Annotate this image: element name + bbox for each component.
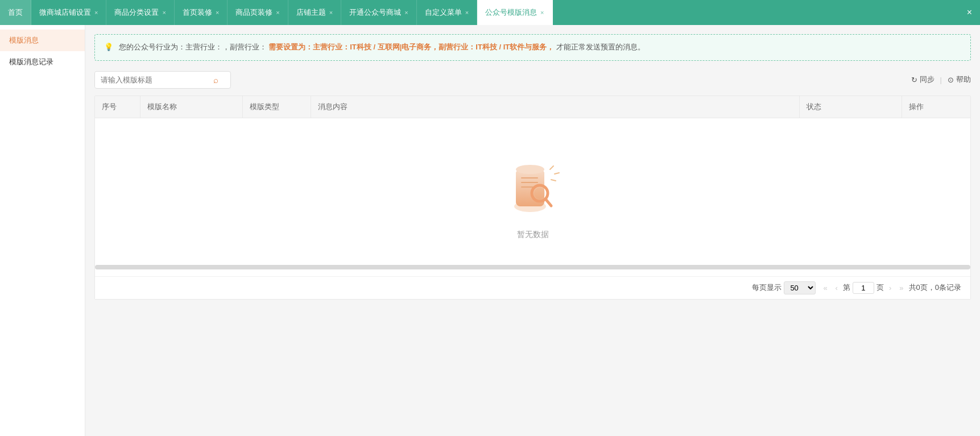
toolbar-right: ↻ 同步 | ⊙ 帮助 [911, 74, 971, 85]
nav-tab-home[interactable]: 首页 [0, 0, 31, 25]
nav-tab-home-decor[interactable]: 首页装修 × [175, 0, 228, 25]
sync-icon: ↻ [911, 76, 917, 84]
svg-line-11 [555, 173, 559, 174]
sync-label: 同步 [920, 74, 934, 85]
nav-tab-open-mall[interactable]: 开通公众号商城 × [341, 0, 416, 25]
close-tab-theme[interactable]: × [329, 9, 333, 16]
nav-tab-custom-menu-label: 自定义菜单 [425, 7, 462, 18]
close-tab-custom-menu[interactable]: × [465, 9, 469, 16]
notice-box: 💡 您的公众号行业为：主营行业：，副营行业： 需要设置为：主营行业：IT科技 /… [94, 34, 971, 61]
search-bar: ⌕ ↻ 同步 | ⊙ 帮助 [94, 71, 971, 89]
close-tab-category[interactable]: × [162, 9, 166, 16]
sync-button[interactable]: ↻ 同步 [911, 74, 934, 85]
nav-tab-theme[interactable]: 店铺主题 × [288, 0, 341, 25]
svg-line-9 [545, 199, 551, 206]
notice-suffix: 才能正常发送预置的消息。 [556, 43, 645, 51]
nav-tab-open-mall-label: 开通公众号商城 [349, 7, 401, 18]
svg-point-8 [534, 188, 545, 199]
last-page-icon: » [899, 284, 903, 292]
close-tab-product-decor[interactable]: × [276, 9, 279, 16]
close-all-icon: × [967, 7, 972, 18]
close-tab-shop-settings[interactable]: × [94, 9, 98, 16]
close-tab-template-msg[interactable]: × [540, 9, 544, 16]
nav-tab-product-decor-label: 商品页装修 [235, 7, 272, 18]
sidebar-item-template-msg[interactable]: 模版消息 [0, 30, 85, 51]
nav-tab-home-label: 首页 [8, 7, 23, 18]
search-button[interactable]: ⌕ [209, 72, 223, 88]
svg-line-10 [550, 166, 553, 169]
per-page-dropdown[interactable]: 10 20 50 100 [784, 281, 816, 294]
main-layout: 模版消息 模版消息记录 💡 您的公众号行业为：主营行业：，副营行业： 需要设置为… [0, 25, 980, 436]
nav-tab-category[interactable]: 商品分类设置 × [106, 0, 174, 25]
scrollbar-track [95, 265, 970, 269]
next-page-icon: › [889, 284, 891, 292]
svg-point-3 [516, 165, 544, 174]
pagination: 每页显示 10 20 50 100 « ‹ 第 [95, 276, 970, 299]
sidebar-item-template-msg-label: 模版消息 [9, 36, 39, 44]
last-page-button[interactable]: » [896, 283, 906, 293]
top-nav: 首页 微商城店铺设置 × 商品分类设置 × 首页装修 × 商品页装修 × 店铺主… [0, 0, 980, 25]
prev-page-button[interactable]: ‹ [833, 283, 841, 293]
search-icon: ⌕ [213, 75, 218, 85]
first-page-icon: « [823, 284, 827, 292]
close-tab-open-mall[interactable]: × [404, 9, 408, 16]
nav-tab-custom-menu[interactable]: 自定义菜单 × [417, 0, 477, 25]
page-suffix: 页 [876, 283, 884, 293]
svg-line-12 [551, 180, 556, 181]
toolbar-divider: | [940, 76, 942, 84]
nav-tab-shop-settings[interactable]: 微商城店铺设置 × [31, 0, 106, 25]
nav-tab-shop-settings-label: 微商城店铺设置 [39, 7, 91, 18]
col-msg-content: 消息内容 [311, 96, 800, 118]
total-info: 共0页，0条记录 [909, 283, 961, 293]
nav-tab-template-msg-label: 公众号模版消息 [485, 7, 537, 18]
data-table: 序号 模版名称 模版类型 消息内容 状态 操作 [94, 95, 971, 300]
per-page-label: 每页显示 [752, 283, 781, 293]
help-label: 帮助 [956, 74, 971, 85]
sidebar: 模版消息 模版消息记录 [0, 25, 85, 436]
current-page-input[interactable] [853, 282, 874, 294]
nav-tab-template-msg[interactable]: 公众号模版消息 × [477, 0, 552, 25]
sidebar-item-template-msg-record[interactable]: 模版消息记录 [0, 51, 85, 73]
page-nav: « ‹ 第 页 › » 共0页，0条记录 [820, 282, 961, 294]
notice-icon: 💡 [104, 43, 113, 51]
nav-tab-home-decor-label: 首页装修 [183, 7, 212, 18]
next-page-button[interactable]: › [886, 283, 894, 293]
sidebar-item-template-msg-record-label: 模版消息记录 [9, 57, 53, 66]
search-input-wrap: ⌕ [94, 71, 231, 89]
per-page-select: 每页显示 10 20 50 100 [752, 281, 816, 294]
help-button[interactable]: ⊙ 帮助 [948, 74, 971, 85]
close-tab-home-decor[interactable]: × [216, 9, 219, 16]
page-prefix: 第 [843, 283, 850, 293]
nav-tab-product-decor[interactable]: 商品页装修 × [228, 0, 288, 25]
prev-page-icon: ‹ [836, 284, 838, 292]
search-input[interactable] [95, 72, 209, 88]
close-all-button[interactable]: × [959, 0, 980, 25]
notice-prefix: 您的公众号行业为：主营行业：，副营行业： [119, 43, 267, 51]
content-area: 💡 您的公众号行业为：主营行业：，副营行业： 需要设置为：主营行业：IT科技 /… [85, 25, 980, 436]
notice-highlight: 需要设置为：主营行业：IT科技 / 互联网|电子商务，副营行业：IT科技 / I… [268, 43, 554, 51]
col-template-name: 模版名称 [140, 96, 243, 118]
empty-text: 暂无数据 [517, 230, 549, 240]
help-icon: ⊙ [948, 76, 954, 84]
empty-illustration [499, 152, 567, 221]
nav-tab-category-label: 商品分类设置 [114, 7, 159, 18]
col-template-type: 模版类型 [243, 96, 311, 118]
col-status: 状态 [800, 96, 902, 118]
nav-tab-theme-label: 店铺主题 [296, 7, 326, 18]
col-action: 操作 [902, 96, 970, 118]
empty-state: 暂无数据 [95, 118, 970, 263]
col-index: 序号 [95, 96, 140, 118]
first-page-button[interactable]: « [820, 283, 830, 293]
table-header: 序号 模版名称 模版类型 消息内容 状态 操作 [95, 96, 970, 118]
horizontal-scrollbar[interactable] [95, 263, 970, 272]
